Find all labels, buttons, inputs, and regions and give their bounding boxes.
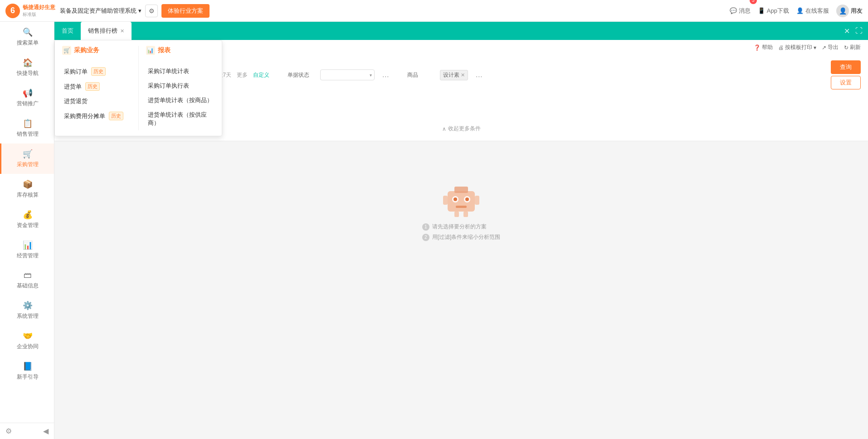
- dropdown-item-return[interactable]: 进货退货: [62, 94, 131, 109]
- tab-right-buttons: ✕ ⛶: [842, 25, 868, 37]
- sidebar-item-inventory[interactable]: 📦 库存核算: [0, 174, 54, 204]
- dropdown-item-inbound[interactable]: 进货单 历史: [62, 79, 131, 94]
- export-button[interactable]: ↗ 导出: [822, 44, 839, 51]
- sidebar-settings-button[interactable]: ⚙: [5, 427, 12, 435]
- logo-area: 6 畅捷通好生意 标准版: [5, 4, 60, 18]
- shortcut-custom[interactable]: 自定义: [251, 71, 271, 79]
- status-select-wrapper: [320, 69, 375, 80]
- inventory-icon: 📦: [23, 179, 33, 189]
- svg-rect-6: [456, 206, 467, 208]
- sidebar-item-operations[interactable]: 📊 经营管理: [0, 235, 54, 265]
- sidebar: 🔍 搜索菜单 🏠 快捷导航 📢 营销推广 📋 销售管理 🛒 采购管理 📦 库存核…: [0, 22, 54, 439]
- dropdown-item-expense[interactable]: 采购费用分摊单 历史: [62, 109, 131, 123]
- system-icon: ⚙️: [23, 301, 33, 311]
- empty-illustration: [439, 178, 484, 223]
- app-download-button[interactable]: 📱 App下载: [758, 7, 789, 15]
- svg-rect-8: [475, 196, 479, 205]
- user-avatar-area[interactable]: 👤 用友: [836, 5, 863, 17]
- help-button[interactable]: ❓ 帮助: [754, 44, 773, 51]
- export-icon: ↗: [822, 44, 826, 51]
- status-label: 单据状态: [288, 71, 315, 79]
- svg-rect-9: [454, 212, 459, 217]
- service-icon: 👤: [796, 7, 804, 14]
- search-icon: 🔍: [23, 27, 33, 37]
- purchase-col-title: 🛒 采购业务: [62, 46, 131, 59]
- dropdown-item-purchase-order[interactable]: 采购订单 历史: [62, 64, 131, 79]
- goods-tag: 设计素 ✕: [440, 70, 468, 80]
- sidebar-item-basic[interactable]: 🗃 基础信息: [0, 265, 54, 295]
- goods-tag-close[interactable]: ✕: [461, 72, 465, 78]
- date-shortcuts: 近7天 更多 自定义: [216, 71, 272, 79]
- purchase-dropdown-menu: 🛒 采购业务 采购订单 历史 进货单 历史 进货退货 采购费用分摊单 历史 📊: [54, 40, 222, 136]
- sidebar-item-finance[interactable]: 💰 资金管理: [0, 204, 54, 235]
- print-chevron-icon: ▾: [814, 44, 816, 51]
- sidebar-item-enterprise[interactable]: 🤝 企业协同: [0, 326, 54, 356]
- sidebar-collapse-button[interactable]: ◀: [43, 427, 49, 435]
- dropdown-columns: 🛒 采购业务 采购订单 历史 进货单 历史 进货退货 采购费用分摊单 历史 📊: [55, 46, 222, 130]
- report-col-title: 📊 报表: [146, 46, 215, 59]
- app-icon: 📱: [758, 7, 765, 14]
- shortcut-more[interactable]: 更多: [235, 71, 249, 79]
- sidebar-bottom: ⚙ ◀: [0, 423, 54, 439]
- query-button[interactable]: 查询: [831, 60, 861, 74]
- print-button[interactable]: 🖨 按模板打印 ▾: [778, 44, 816, 51]
- goods-label: 商品: [407, 71, 434, 79]
- refresh-icon: ↻: [844, 44, 848, 51]
- svg-rect-7: [443, 196, 448, 205]
- home-icon: 🏠: [23, 58, 33, 68]
- sidebar-item-system[interactable]: ⚙️ 系统管理: [0, 295, 54, 326]
- svg-point-5: [465, 197, 469, 201]
- message-button[interactable]: 💬 消息 5: [730, 7, 751, 15]
- system-title[interactable]: 装备及固定资产辅助管理系统 ▾: [60, 7, 141, 15]
- settings-button[interactable]: 设置: [831, 76, 861, 89]
- logo-icon: 6: [5, 4, 20, 18]
- svg-rect-1: [454, 187, 468, 193]
- header-right: 💬 消息 5 📱 App下载 👤 在线客服 👤 用友: [730, 5, 863, 17]
- sidebar-item-guide[interactable]: 📘 新手引导: [0, 356, 54, 386]
- history-badge-2: 历史: [85, 82, 100, 91]
- logo-text: 畅捷通好生意 标准版: [23, 4, 55, 18]
- message-badge: 5: [750, 0, 757, 4]
- sidebar-item-search[interactable]: 🔍 搜索菜单: [0, 22, 54, 52]
- status-dots[interactable]: …: [380, 71, 391, 79]
- dropdown-item-inbound-stats-goods[interactable]: 进货单统计表（按商品）: [146, 93, 215, 108]
- goods-dots[interactable]: …: [473, 71, 484, 79]
- tab-maximize-button[interactable]: ⛶: [853, 25, 864, 37]
- sidebar-item-sales[interactable]: 📋 销售管理: [0, 113, 54, 143]
- operations-icon: 📊: [23, 240, 33, 250]
- collapse-icon: ∧: [442, 126, 446, 132]
- chevron-down-icon: ▾: [138, 7, 141, 14]
- dropdown-item-order-exec[interactable]: 采购订单执行表: [146, 79, 215, 93]
- purchase-col-icon: 🛒: [62, 46, 71, 55]
- help-icon: ❓: [754, 44, 761, 51]
- tab-home[interactable]: 首页: [54, 22, 81, 40]
- basic-icon: 🗃: [24, 271, 32, 280]
- empty-state: 1 请先选择要分析的方案 2 用[过滤]条件来缩小分析范围: [54, 141, 868, 277]
- status-select[interactable]: [320, 69, 375, 80]
- history-badge-3: 历史: [109, 112, 123, 120]
- tab-sales-rank[interactable]: 销售排行榜 ✕: [81, 22, 132, 40]
- dropdown-col-report: 📊 报表 采购订单统计表 采购订单执行表 进货单统计表（按商品） 进货单统计表（…: [138, 46, 222, 130]
- sidebar-item-marketing[interactable]: 📢 营销推广: [0, 83, 54, 113]
- industry-button[interactable]: 体验行业方案: [161, 4, 210, 18]
- top-header: 6 畅捷通好生意 标准版 装备及固定资产辅助管理系统 ▾ ⚙ 体验行业方案 💬 …: [0, 0, 868, 22]
- online-service-button[interactable]: 👤 在线客服: [796, 7, 829, 15]
- dropdown-item-inbound-stats-supplier[interactable]: 进货单统计表（按供应商）: [146, 108, 215, 130]
- svg-rect-0: [448, 191, 475, 212]
- finance-icon: 💰: [23, 210, 33, 220]
- enterprise-icon: 🤝: [23, 331, 33, 341]
- tab-bar: 首页 销售排行榜 ✕ ✕ ⛶: [54, 22, 868, 40]
- empty-line1: 请先选择要分析的方案: [432, 223, 487, 231]
- settings-button[interactable]: ⚙: [145, 5, 158, 17]
- print-icon: 🖨: [778, 44, 784, 51]
- report-col-icon: 📊: [146, 46, 155, 55]
- dropdown-item-order-stats[interactable]: 采购订单统计表: [146, 64, 215, 79]
- dropdown-col-purchase: 🛒 采购业务 采购订单 历史 进货单 历史 进货退货 采购费用分摊单 历史: [55, 46, 138, 130]
- tab-close-button[interactable]: ✕: [842, 25, 852, 37]
- tab-close-icon[interactable]: ✕: [120, 28, 124, 34]
- sidebar-item-purchase[interactable]: 🛒 采购管理: [0, 143, 54, 174]
- sidebar-item-quicknav[interactable]: 🏠 快捷导航: [0, 52, 54, 83]
- history-badge: 历史: [91, 67, 106, 76]
- refresh-button[interactable]: ↻ 刷新: [844, 44, 861, 51]
- message-icon: 💬: [730, 7, 737, 14]
